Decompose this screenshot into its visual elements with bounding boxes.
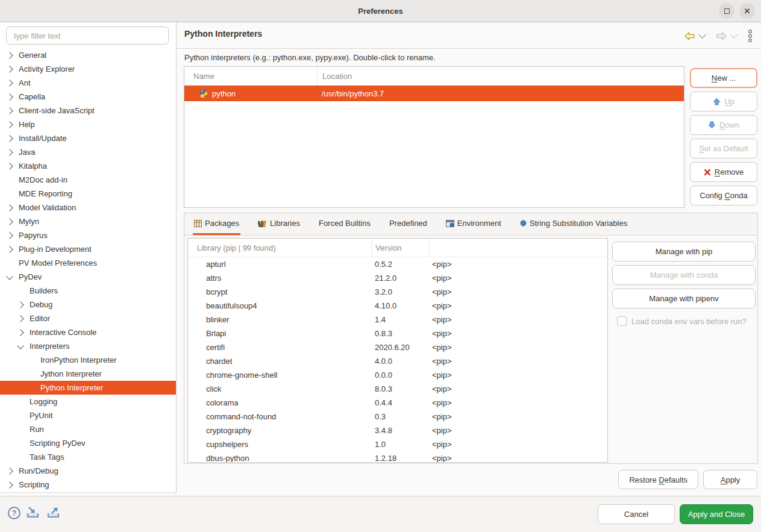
tree-item-task-tags[interactable]: Task Tags <box>0 450 176 464</box>
chevron-down-icon[interactable] <box>6 273 13 280</box>
package-row[interactable]: blinker1.4<pip> <box>188 313 607 327</box>
tree-item-interactive-console[interactable]: Interactive Console <box>0 325 176 339</box>
tree-item-papyrus[interactable]: Papyrus <box>0 228 176 242</box>
back-icon[interactable] <box>684 31 695 41</box>
tree-item-ant[interactable]: Ant <box>0 76 176 90</box>
cancel-button[interactable]: Cancel <box>598 504 675 524</box>
packages-table[interactable]: Library (pip | 99 found) Version apturl0… <box>187 238 608 463</box>
tree-item-capella[interactable]: Capella <box>0 90 176 104</box>
down-button[interactable]: Down <box>690 115 757 135</box>
tree-item-jython-interpreter[interactable]: Jython Interpreter <box>0 367 176 381</box>
new-button[interactable]: New ... <box>690 68 757 88</box>
column-header-version[interactable]: Version <box>372 239 429 257</box>
tab-libraries[interactable]: Libraries <box>257 213 301 235</box>
package-row[interactable]: dbus-python1.2.18<pip> <box>188 451 607 463</box>
tab-string-substitution-variables[interactable]: String Substitution Variables <box>519 213 628 235</box>
tree-item-python-interpreter[interactable]: Python Interpreter <box>0 381 176 395</box>
tree-item-run-debug[interactable]: Run/Debug <box>0 464 176 478</box>
package-row[interactable]: colorama0.4.4<pip> <box>188 396 607 410</box>
interpreters-table[interactable]: Name Location python /usr/bin/pyth <box>184 66 684 208</box>
manage-with-pip-button[interactable]: Manage with pip <box>612 242 756 261</box>
conda-env-checkbox[interactable] <box>617 316 627 326</box>
chevron-right-icon[interactable] <box>6 218 13 225</box>
import-icon[interactable] <box>25 506 41 519</box>
tree-item-pydev[interactable]: PyDev <box>0 270 176 284</box>
up-button[interactable]: Up <box>690 92 757 111</box>
titlebar[interactable]: Preferences ✕ <box>0 0 761 22</box>
manage-with-pipenv-button[interactable]: Manage with pipenv <box>612 289 756 308</box>
tree-item-ironpython-interpreter[interactable]: IronPython Interpreter <box>0 353 176 367</box>
chevron-right-icon[interactable] <box>6 204 13 211</box>
column-header-name[interactable]: Name <box>184 67 317 85</box>
chevron-right-icon[interactable] <box>6 149 13 155</box>
tree-item-editor[interactable]: Editor <box>0 311 176 325</box>
chevron-right-icon[interactable] <box>6 232 13 239</box>
apply-and-close-button[interactable]: Apply and Close <box>680 504 753 524</box>
chevron-right-icon[interactable] <box>6 80 13 86</box>
tree-item-builders[interactable]: Builders <box>0 284 176 298</box>
tree-item-m2doc-add-in[interactable]: M2Doc add-in <box>0 173 176 187</box>
package-row[interactable]: chardet4.0.0<pip> <box>188 354 607 368</box>
column-header-location[interactable]: Location <box>317 67 684 85</box>
tab-forced-builtins[interactable]: Forced Builtins <box>318 213 372 235</box>
package-row[interactable]: cryptography3.4.8<pip> <box>188 424 607 437</box>
manage-with-conda-button[interactable]: Manage with conda <box>612 265 756 285</box>
package-row[interactable]: click8.0.3<pip> <box>188 382 607 396</box>
tree-item-activity-explorer[interactable]: Activity Explorer <box>0 62 176 76</box>
chevron-down-icon[interactable] <box>17 342 23 349</box>
tree-item-run[interactable]: Run <box>0 422 176 436</box>
tree-item-plug-in-development[interactable]: Plug-in Development <box>0 242 176 256</box>
apply-button[interactable]: Apply <box>703 470 757 489</box>
chevron-right-icon[interactable] <box>6 107 13 114</box>
set-as-default-button[interactable]: Set as Default <box>690 139 757 158</box>
chevron-right-icon[interactable] <box>6 93 13 100</box>
package-row[interactable]: beautifulsoup44.10.0<pip> <box>188 299 607 313</box>
help-icon[interactable]: ? <box>8 507 20 519</box>
export-icon[interactable] <box>46 506 61 519</box>
chevron-right-icon[interactable] <box>6 481 13 488</box>
restore-defaults-button[interactable]: Restore Defaults <box>618 470 698 489</box>
tree-item-help[interactable]: Help <box>0 117 176 131</box>
tree-item-mde-reporting[interactable]: MDE Reporting <box>0 187 176 201</box>
interpreter-row[interactable]: python /usr/bin/python3.7 <box>184 86 684 101</box>
tree-item-debug[interactable]: Debug <box>0 298 176 311</box>
chevron-right-icon[interactable] <box>6 121 13 128</box>
package-row[interactable]: apturl0.5.2<pip> <box>188 257 607 271</box>
chevron-right-icon[interactable] <box>6 246 13 252</box>
tree-item-pyunit[interactable]: PyUnit <box>0 408 176 422</box>
tree-item-pv-model-preferences[interactable]: PV Model Preferences <box>0 256 176 270</box>
tab-predefined[interactable]: Predefined <box>388 213 428 235</box>
tree-item-general[interactable]: General <box>0 48 176 62</box>
chevron-right-icon[interactable] <box>6 135 13 142</box>
tree-item-java[interactable]: Java <box>0 145 176 159</box>
chevron-right-icon[interactable] <box>17 315 23 322</box>
package-row[interactable]: Brlapi0.8.3<pip> <box>188 327 607 340</box>
column-header-library[interactable]: Library (pip | 99 found) <box>188 239 372 257</box>
tree-item-interpreters[interactable]: Interpreters <box>0 339 176 353</box>
package-row[interactable]: certifi2020.6.20<pip> <box>188 340 607 354</box>
chevron-right-icon[interactable] <box>6 163 13 169</box>
maximize-button[interactable] <box>719 3 734 19</box>
tree-item-kitalpha[interactable]: Kitalpha <box>0 159 176 173</box>
tree-item-logging[interactable]: Logging <box>0 395 176 408</box>
package-row[interactable]: command-not-found0.3<pip> <box>188 410 607 424</box>
package-row[interactable]: attrs21.2.0<pip> <box>188 271 607 285</box>
view-menu-icon[interactable] <box>748 30 753 42</box>
chevron-right-icon[interactable] <box>6 52 13 58</box>
tree-item-client-side-javascript[interactable]: Client-side JavaScript <box>0 104 176 117</box>
filter-input[interactable] <box>6 27 169 45</box>
package-row[interactable]: chrome-gnome-shell0.0.0<pip> <box>188 368 607 382</box>
chevron-right-icon[interactable] <box>17 329 23 336</box>
tree-item-scripting[interactable]: Scripting <box>0 478 176 492</box>
package-row[interactable]: cupshelpers1.0<pip> <box>188 437 607 451</box>
tree-item-mylyn[interactable]: Mylyn <box>0 214 176 228</box>
tree-item-model-validation[interactable]: Model Validation <box>0 201 176 214</box>
close-button[interactable]: ✕ <box>739 3 755 19</box>
tab-packages[interactable]: Packages <box>193 213 240 235</box>
package-row[interactable]: bcrypt3.2.0<pip> <box>188 285 607 299</box>
back-dropdown-icon[interactable] <box>698 31 706 39</box>
chevron-right-icon[interactable] <box>17 301 23 308</box>
remove-button[interactable]: Remove <box>690 162 757 182</box>
tree-item-install-update[interactable]: Install/Update <box>0 131 176 145</box>
tab-environment[interactable]: Environment <box>445 213 503 235</box>
